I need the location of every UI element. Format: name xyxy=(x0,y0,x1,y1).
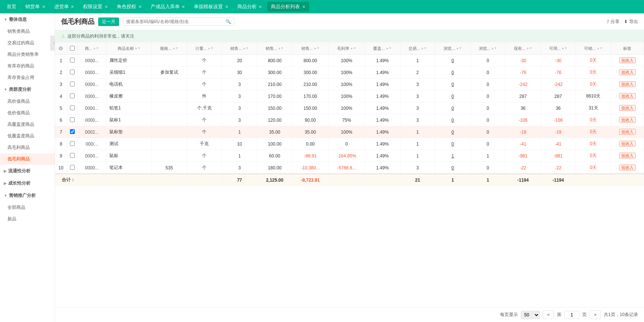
cell-browse2: 0 xyxy=(470,114,505,126)
row-checkbox[interactable] xyxy=(70,165,75,170)
nav-close-sales[interactable]: ✕ xyxy=(42,4,45,9)
th-usable[interactable]: 可用...▲▼ xyxy=(541,42,576,55)
nav-purchase[interactable]: 进货单 ✕ xyxy=(51,2,78,12)
sidebar-item-new-products[interactable]: 新品 xyxy=(0,213,55,225)
nav-close-analysis-list[interactable]: ✕ xyxy=(302,4,305,9)
date-filter-button[interactable]: 近一月 xyxy=(98,17,119,26)
sidebar-group-growth[interactable]: ▶ 成长性分析 xyxy=(0,177,55,189)
cell-browse1[interactable]: 1 xyxy=(435,150,470,162)
th-checkbox[interactable] xyxy=(67,42,77,55)
sidebar-group-overall[interactable]: ▼ 整体信息 xyxy=(0,13,55,26)
nav-close-purchase[interactable]: ✕ xyxy=(71,4,74,9)
cell-checkbox[interactable] xyxy=(67,126,77,138)
table-container[interactable]: ⚙ 商...▲▼ 商品名称▲▼ 规格...▲▼ 计量...▲▼ 销售...▲▼ … xyxy=(55,42,644,307)
prev-page-button[interactable]: ＜ xyxy=(543,310,554,319)
row-checkbox[interactable] xyxy=(70,153,75,158)
nav-analysis-list[interactable]: 商品分析列表 ✕ xyxy=(267,2,309,12)
nav-home[interactable]: 首页 xyxy=(3,2,20,12)
nav-analysis[interactable]: 商品分析 ✕ xyxy=(234,2,266,12)
cell-checkbox[interactable] xyxy=(67,67,77,79)
cell-checkbox[interactable] xyxy=(67,114,77,126)
row-checkbox[interactable] xyxy=(70,58,75,63)
sidebar-item-high-coverage[interactable]: 高覆盖度商品 xyxy=(0,119,55,130)
nav-role[interactable]: 角色授权 ✕ xyxy=(113,2,145,12)
th-name[interactable]: 商品名称▲▼ xyxy=(106,42,152,55)
cell-browse1[interactable]: 0 xyxy=(435,162,470,174)
sidebar-item-stocked[interactable]: 有库存的商品 xyxy=(0,60,55,72)
cell-sale-gross: 800.00 xyxy=(292,55,329,67)
nav-template[interactable]: 单据模板设置 ✕ xyxy=(190,2,232,12)
th-unit[interactable]: 计量...▲▼ xyxy=(187,42,222,55)
nav-close-product-entry[interactable]: ✕ xyxy=(182,4,185,9)
th-sale-gross[interactable]: 销售...▲▼ xyxy=(292,42,329,55)
sidebar-group-circulation[interactable]: ▶ 流通性分析 xyxy=(0,165,55,177)
nav-sales[interactable]: 销货单 ✕ xyxy=(22,2,49,12)
sidebar-item-low-margin[interactable]: 低毛利商品 xyxy=(0,153,55,165)
sidebar-item-all-products[interactable]: 全部商品 xyxy=(0,202,55,213)
cell-browse1[interactable]: 0 xyxy=(435,138,470,150)
cell-checkbox[interactable] xyxy=(67,150,77,162)
cell-browse1[interactable]: 0 xyxy=(435,90,470,102)
th-salable[interactable]: 可销...▲▼ xyxy=(576,42,611,55)
page-input[interactable] xyxy=(564,311,579,319)
row-checkbox[interactable] xyxy=(70,129,75,134)
row-checkbox[interactable] xyxy=(70,93,75,98)
cell-checkbox[interactable] xyxy=(67,79,77,90)
search-input[interactable] xyxy=(126,19,223,24)
th-tag[interactable]: 标签 xyxy=(611,42,644,55)
sidebar-group-cluster[interactable]: ▼ 类群度分析 xyxy=(0,83,55,96)
next-page-button[interactable]: ＞ xyxy=(590,310,601,319)
row-checkbox[interactable] xyxy=(70,141,75,146)
row-checkbox[interactable] xyxy=(70,70,75,74)
cell-checkbox[interactable] xyxy=(67,90,77,102)
sidebar-item-traded-products[interactable]: 交易过的商品 xyxy=(0,37,55,49)
nav-product-entry[interactable]: 产成品入库单 ✕ xyxy=(147,2,189,12)
sidebar-item-capital[interactable]: 库存资金占用 xyxy=(0,72,55,83)
select-all-checkbox[interactable] xyxy=(70,46,75,51)
th-sale-price[interactable]: 销售...▲▼ xyxy=(257,42,292,55)
sidebar-item-category-rate[interactable]: 商品分类销售率 xyxy=(0,49,55,60)
cell-browse1[interactable]: 0 xyxy=(435,67,470,79)
page-size-select[interactable]: 50 20 100 xyxy=(521,311,540,319)
nav-close-permission[interactable]: ✕ xyxy=(105,4,108,9)
th-current[interactable]: 现有...▲▼ xyxy=(506,42,541,55)
cell-browse1[interactable]: 0 xyxy=(435,114,470,126)
sidebar-item-high-value[interactable]: 高价值商品 xyxy=(0,96,55,107)
cell-browse1[interactable]: 0 xyxy=(435,126,470,138)
cell-checkbox[interactable] xyxy=(67,162,77,174)
th-gear[interactable]: ⚙ xyxy=(55,42,67,55)
th-browse1[interactable]: 浏览...▲▼ xyxy=(435,42,470,55)
share-button[interactable]: ⤴ 分享 xyxy=(607,19,619,25)
total-current: -1194 xyxy=(506,174,541,186)
th-coverage[interactable]: 覆盖...▲▼ xyxy=(365,42,400,55)
cell-checkbox[interactable] xyxy=(67,102,77,114)
th-sale-count[interactable]: 销售...▲▼ xyxy=(222,42,257,55)
th-browse2[interactable]: 浏览...▲▼ xyxy=(470,42,505,55)
th-code[interactable]: 商...▲▼ xyxy=(77,42,106,55)
sidebar-group-marketing[interactable]: ▼ 营销推广分析 xyxy=(0,189,55,202)
th-gross-rate[interactable]: 毛利率▲▼ xyxy=(329,42,365,55)
row-checkbox[interactable] xyxy=(70,105,75,110)
nav-close-role[interactable]: ✕ xyxy=(138,4,142,9)
sidebar-collapse-btn[interactable]: 《 xyxy=(50,36,55,51)
cell-browse1[interactable]: 0 xyxy=(435,55,470,67)
cell-checkbox[interactable] xyxy=(67,55,77,67)
sidebar-item-low-coverage[interactable]: 低覆盖度商品 xyxy=(0,130,55,142)
sidebar-item-high-margin[interactable]: 高毛利商品 xyxy=(0,142,55,153)
row-checkbox[interactable] xyxy=(70,117,75,122)
cell-checkbox[interactable] xyxy=(67,138,77,150)
nav-close-analysis[interactable]: ✕ xyxy=(259,4,262,9)
export-button[interactable]: ⬇ 导出 xyxy=(624,19,638,25)
sidebar-item-low-value[interactable]: 低价值商品 xyxy=(0,107,55,119)
cell-browse1[interactable]: 0 xyxy=(435,79,470,90)
sidebar-item-sales-products[interactable]: 销售类商品 xyxy=(0,26,55,37)
gear-icon[interactable]: ⚙ xyxy=(58,45,63,51)
th-trade[interactable]: 交易...▲▼ xyxy=(400,42,435,55)
nav-close-template[interactable]: ✕ xyxy=(225,4,228,9)
page-total-label: 页 xyxy=(582,312,587,318)
cell-browse1[interactable]: 0 xyxy=(435,102,470,114)
nav-permission[interactable]: 权限设置 ✕ xyxy=(79,2,112,12)
row-checkbox[interactable] xyxy=(70,82,75,86)
search-icon[interactable]: 🔍 xyxy=(225,19,231,24)
th-spec[interactable]: 规格...▲▼ xyxy=(152,42,187,55)
